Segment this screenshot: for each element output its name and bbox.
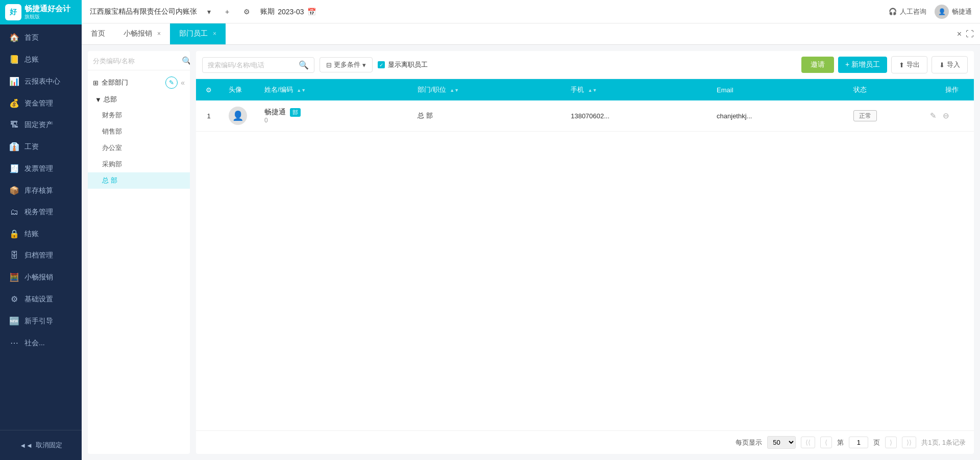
filter-dropdown-icon: ▾ bbox=[362, 61, 366, 69]
sidebar-item-assets[interactable]: 🏗固定资产 bbox=[0, 114, 82, 136]
company-dropdown-btn[interactable]: ▾ bbox=[203, 6, 215, 18]
row-avatar: 👤 bbox=[222, 100, 257, 132]
row-phone: 138070602... bbox=[564, 100, 709, 132]
sidebar-item-archive[interactable]: 🗄归档管理 bbox=[0, 245, 82, 266]
close-tab-btn[interactable]: × bbox=[957, 30, 962, 39]
col-settings[interactable]: ⚙ bbox=[196, 79, 222, 100]
tab-expense-close[interactable]: × bbox=[157, 30, 161, 37]
table-row: 1 👤 畅捷通 部 0 总 部 138070602... chanjethkj.… bbox=[196, 100, 974, 132]
prev-page-btn[interactable]: ⟨ bbox=[820, 437, 832, 448]
capital-icon: 💰 bbox=[9, 98, 19, 108]
logo-sub: 旗舰版 bbox=[24, 13, 70, 20]
dept-header-actions: ✎ « bbox=[165, 76, 185, 89]
row-index: 1 bbox=[196, 100, 222, 132]
col-phone-label: 手机 bbox=[571, 86, 584, 93]
next-page-btn[interactable]: ⟩ bbox=[885, 437, 897, 448]
logout-employee-btn[interactable]: ⊖ bbox=[943, 111, 949, 120]
emp-table: ⚙ 头像 姓名/编码 ▲▼ 部门/职位 ▲▼ 手机 bbox=[196, 79, 974, 430]
show-resigned-toggle[interactable]: ✓ 显示离职员工 bbox=[378, 60, 428, 69]
sidebar-item-label-guide: 新手引导 bbox=[24, 317, 53, 326]
edit-employee-btn[interactable]: ✎ bbox=[930, 111, 937, 120]
employee-table-body: 1 👤 畅捷通 部 0 总 部 138070602... chanjethkj.… bbox=[196, 100, 974, 132]
sidebar-item-inventory[interactable]: 📦库存核算 bbox=[0, 180, 82, 201]
filter-more-btn[interactable]: ⊟ 更多条件 ▾ bbox=[320, 57, 373, 72]
dept-item-office[interactable]: 办公室 bbox=[88, 140, 190, 156]
sidebar-item-more[interactable]: ⋯社会... bbox=[0, 332, 82, 354]
sidebar-item-reports[interactable]: 📊云报表中心 bbox=[0, 70, 82, 92]
logo-text: 畅捷通好会计 bbox=[24, 4, 70, 13]
col-email: Email bbox=[709, 79, 846, 100]
tab-home[interactable]: 首页 bbox=[82, 23, 114, 44]
sidebar-item-label-archive: 归档管理 bbox=[24, 251, 53, 260]
row-dept: 总 部 bbox=[410, 100, 564, 132]
col-name[interactable]: 姓名/编码 ▲▼ bbox=[257, 79, 410, 100]
export-label: 导出 bbox=[906, 60, 920, 69]
tab-dept-employee-close[interactable]: × bbox=[213, 30, 216, 37]
cancel-fixed-btn[interactable]: ◄◄ 取消固定 bbox=[0, 437, 82, 454]
tab-dept-employee[interactable]: 部门员工 × bbox=[170, 23, 226, 44]
more-icon: ⋯ bbox=[9, 338, 19, 348]
period-value[interactable]: 2023-03 bbox=[278, 8, 304, 16]
status-badge: 正常 bbox=[853, 110, 877, 121]
per-page-select[interactable]: 50 100 200 bbox=[767, 436, 796, 449]
import-btn[interactable]: ⬇ 导入 bbox=[932, 56, 968, 73]
employee-name: 畅捷通 bbox=[264, 108, 286, 117]
col-dept-sort: ▲▼ bbox=[450, 88, 459, 93]
sidebar-item-payroll[interactable]: 👔工资 bbox=[0, 136, 82, 158]
add-employee-btn[interactable]: + 新增员工 bbox=[838, 57, 887, 73]
col-phone-sort: ▲▼ bbox=[588, 88, 597, 93]
dept-search-input[interactable] bbox=[93, 57, 179, 65]
export-btn[interactable]: ⬆ 导出 bbox=[891, 56, 927, 73]
action-buttons: ✎ ⊖ bbox=[930, 111, 967, 120]
sidebar-item-invoice[interactable]: 🧾发票管理 bbox=[0, 158, 82, 180]
col-phone[interactable]: 手机 ▲▼ bbox=[564, 79, 709, 100]
dept-group-root-header[interactable]: ▼ 总部 bbox=[88, 92, 190, 107]
tab-dept-employee-label: 部门员工 bbox=[179, 29, 208, 38]
user-name: 畅捷通 bbox=[952, 7, 972, 16]
row-email: chanjethkj... bbox=[709, 100, 846, 132]
cancel-fixed-icon: ◄◄ bbox=[19, 442, 33, 449]
col-avatar: 头像 bbox=[222, 79, 257, 100]
user-info[interactable]: 👤 畅捷通 bbox=[935, 5, 972, 19]
emp-search-input[interactable] bbox=[208, 61, 296, 69]
dept-search-icon[interactable]: 🔍 bbox=[182, 56, 190, 66]
sidebar-item-home[interactable]: 🏠首页 bbox=[0, 27, 82, 48]
reports-icon: 📊 bbox=[9, 76, 19, 86]
app-logo[interactable]: 好 畅捷通好会计 旗舰版 bbox=[0, 0, 82, 24]
sidebar-item-guide[interactable]: 🆕新手引导 bbox=[0, 310, 82, 332]
sidebar-item-tax[interactable]: 🗂税务管理 bbox=[0, 201, 82, 223]
all-dept-btn[interactable]: ⊞ 全部部门 bbox=[93, 78, 128, 87]
add-account-btn[interactable]: + bbox=[221, 6, 233, 18]
support-btn[interactable]: 🎧 人工咨询 bbox=[889, 7, 926, 16]
first-page-btn[interactable]: ⟨⟨ bbox=[801, 437, 815, 448]
dept-item-purchase[interactable]: 采购部 bbox=[88, 156, 190, 172]
dept-collapse-btn[interactable]: « bbox=[181, 79, 185, 87]
settings-btn[interactable]: ⚙ bbox=[239, 6, 254, 18]
pagination-bar: 每页显示 50 100 200 ⟨⟨ ⟨ 第 页 ⟩ ⟩⟩ 共1页, 1条记录 bbox=[196, 430, 974, 454]
dept-item-general[interactable]: 总 部 bbox=[88, 172, 190, 189]
total-info: 共1页, 1条记录 bbox=[921, 438, 966, 447]
expense-icon: 🧮 bbox=[9, 272, 19, 282]
sidebar-item-expense[interactable]: 🧮小畅报销 bbox=[0, 266, 82, 288]
emp-search-icon[interactable]: 🔍 bbox=[299, 60, 309, 70]
import-icon: ⬇ bbox=[939, 61, 945, 69]
page-number-input[interactable] bbox=[849, 437, 868, 448]
col-dept[interactable]: 部门/职位 ▲▼ bbox=[410, 79, 564, 100]
sidebar-item-closing[interactable]: 🔒结账 bbox=[0, 223, 82, 245]
tabbar-actions: × ⛶ bbox=[957, 23, 980, 44]
closing-icon: 🔒 bbox=[9, 229, 19, 239]
sidebar-item-capital[interactable]: 💰资金管理 bbox=[0, 92, 82, 114]
dept-item-finance[interactable]: 财务部 bbox=[88, 107, 190, 123]
calendar-icon[interactable]: 📅 bbox=[307, 8, 316, 16]
sidebar-item-ledger[interactable]: 📒总账 bbox=[0, 48, 82, 70]
invite-btn[interactable]: 邀请 bbox=[801, 57, 834, 73]
tab-expense[interactable]: 小畅报销 × bbox=[114, 23, 170, 44]
last-page-btn[interactable]: ⟩⟩ bbox=[902, 437, 916, 448]
dept-item-sales[interactable]: 销售部 bbox=[88, 123, 190, 140]
collapse-icon: ▼ bbox=[95, 96, 102, 104]
dept-panel: 🔍 ⊞ 全部部门 ✎ « ▼ 总部 bbox=[88, 51, 190, 454]
show-resigned-checkbox[interactable]: ✓ bbox=[378, 61, 385, 68]
sidebar-item-settings[interactable]: ⚙基础设置 bbox=[0, 288, 82, 310]
dept-edit-btn[interactable]: ✎ bbox=[165, 76, 178, 89]
expand-tab-btn[interactable]: ⛶ bbox=[966, 30, 974, 39]
